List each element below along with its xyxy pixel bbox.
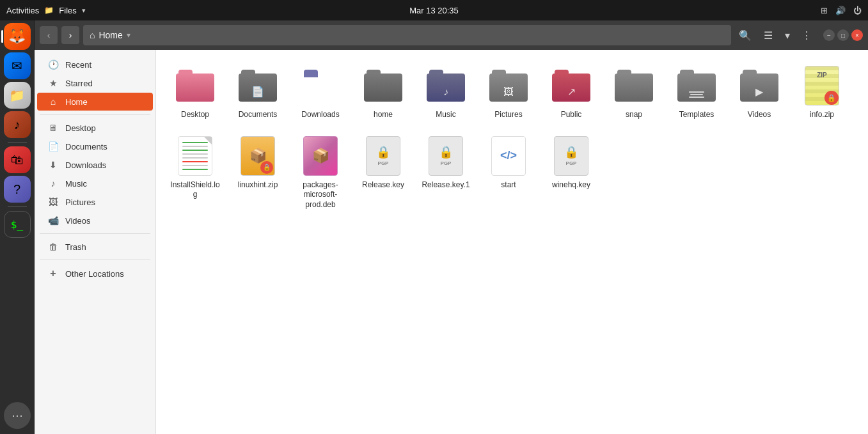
topbar-left: Activities 📁 Files ▾ <box>6 6 86 15</box>
file-label-pictures: Pictures <box>494 110 522 120</box>
view-dropdown-button[interactable]: ▾ <box>781 25 794 45</box>
location-name: Home <box>99 30 122 40</box>
topbar-datetime: Mar 13 20:35 <box>409 6 459 15</box>
file-icon-snap <box>613 65 654 106</box>
sidebar-item-music[interactable]: ♪ Music <box>37 174 153 192</box>
sidebar-item-videos[interactable]: 📹 Videos <box>37 212 153 229</box>
file-icon-home <box>363 65 404 106</box>
recent-icon: 🕐 <box>47 59 59 70</box>
file-item-info-zip[interactable]: ZIP 🔒 info.zip <box>793 60 851 125</box>
file-label-home: home <box>374 110 393 120</box>
forward-button[interactable]: › <box>61 26 79 44</box>
file-item-packages-deb[interactable]: 📦 packages-microsoft-prod.deb <box>292 130 349 215</box>
file-icon-documents: 📄 <box>237 65 278 106</box>
sidebar-item-other-locations[interactable]: + Other Locations <box>37 264 153 283</box>
sidebar-item-downloads[interactable]: ⬇ Downloads <box>37 156 153 174</box>
dock: 🦊 ✉ 📁 ♪ 🛍 ? $_ ⋯ <box>0 20 35 434</box>
zip-info-visual: ZIP 🔒 <box>805 66 839 105</box>
main-container: 🦊 ✉ 📁 ♪ 🛍 ? $_ ⋯ ‹ › <box>0 20 868 434</box>
search-button[interactable]: 🔍 <box>735 25 755 45</box>
sidebar-label-downloads: Downloads <box>65 160 106 170</box>
sidebar-item-documents[interactable]: 📄 Documents <box>37 137 153 155</box>
pictures-icon: 🖼 <box>47 197 59 207</box>
file-item-templates[interactable]: Templates <box>668 60 725 125</box>
file-item-installshield-log[interactable]: InstallShield.log <box>166 130 224 215</box>
pgp-visual-release: 🔒 PGP <box>366 136 400 176</box>
file-icon-videos: ▶ <box>739 65 780 106</box>
starred-icon: ★ <box>47 78 59 88</box>
documents-icon: 📄 <box>47 141 59 151</box>
file-manager-toolbar: ‹ › ⌂ Home ▾ 🔍 ☰ ▾ ⋮ − □ × <box>35 20 868 50</box>
file-item-documents[interactable]: 📄 Documents <box>229 60 287 125</box>
file-item-winehq-key[interactable]: 🔒 PGP winehq.key <box>542 130 600 215</box>
dock-item-apps[interactable]: ⋯ <box>4 402 31 429</box>
file-label-installshield-log: InstallShield.log <box>169 180 221 200</box>
file-label-snap: snap <box>626 110 642 120</box>
sidebar-separator-1 <box>40 114 150 115</box>
sidebar-item-desktop[interactable]: 🖥 Desktop <box>37 119 153 137</box>
activities-button[interactable]: Activities <box>6 6 39 15</box>
file-item-home[interactable]: home <box>354 60 412 125</box>
file-label-music: Music <box>436 110 455 120</box>
sidebar-label-starred: Starred <box>65 79 93 88</box>
view-toggle-button[interactable]: ☰ <box>758 25 778 45</box>
file-icon-release-key-1: 🔒 PGP <box>425 136 466 176</box>
sidebar-label-recent: Recent <box>65 60 91 70</box>
file-label-public: Public <box>561 110 582 120</box>
toolbar-actions: 🔍 ☰ ▾ ⋮ <box>735 25 817 45</box>
desktop-icon: 🖥 <box>47 123 59 133</box>
file-icon-pictures: 🖼 <box>488 65 529 106</box>
file-item-snap[interactable]: snap <box>605 60 663 125</box>
sidebar-item-pictures[interactable]: 🖼 Pictures <box>37 193 153 211</box>
file-item-public[interactable]: ↗ Public <box>542 60 600 125</box>
sidebar-separator-2 <box>40 233 150 234</box>
dock-item-rhythmbox[interactable]: ♪ <box>4 111 31 138</box>
file-icon-public: ↗ <box>551 65 592 106</box>
maximize-button[interactable]: □ <box>837 29 849 41</box>
files-menu-button[interactable]: Files <box>59 6 76 15</box>
file-icon-packages-deb: 📦 <box>300 136 341 176</box>
folder-documents: 📄 <box>239 70 277 102</box>
dock-item-terminal[interactable]: $_ <box>4 211 31 238</box>
file-item-release-key[interactable]: 🔒 PGP Release.key <box>354 130 412 215</box>
xml-visual: </> <box>491 136 526 176</box>
power-icon[interactable]: ⏻ <box>853 6 862 15</box>
close-button[interactable]: × <box>851 29 863 41</box>
location-bar[interactable]: ⌂ Home ▾ <box>83 25 731 45</box>
trash-icon: 🗑 <box>47 242 59 252</box>
back-button[interactable]: ‹ <box>40 26 58 44</box>
topbar: Activities 📁 Files ▾ Mar 13 20:35 ⊞ 🔊 ⏻ <box>0 0 868 20</box>
sidebar-item-home[interactable]: ⌂ Home <box>37 93 153 111</box>
dock-item-firefox[interactable]: 🦊 <box>4 23 31 50</box>
file-item-videos[interactable]: ▶ Videos <box>730 60 788 125</box>
file-item-release-key-1[interactable]: 🔒 PGP Release.key.1 <box>417 130 475 215</box>
dock-item-appstore[interactable]: 🛍 <box>4 146 31 173</box>
folder-public: ↗ <box>552 70 590 102</box>
dock-item-help[interactable]: ? <box>4 176 31 203</box>
file-label-videos: Videos <box>748 110 771 120</box>
sidebar-item-recent[interactable]: 🕐 Recent <box>37 56 153 74</box>
minimize-button[interactable]: − <box>823 29 835 41</box>
dock-separator-2 <box>8 206 27 207</box>
log-visual <box>178 136 212 176</box>
dock-item-thunderbird[interactable]: ✉ <box>4 52 31 79</box>
dock-item-files[interactable]: 📁 <box>4 82 31 109</box>
file-label-packages-deb: packages-microsoft-prod.deb <box>294 180 347 210</box>
folder-music: ♪ <box>427 70 465 102</box>
file-item-start[interactable]: </> start <box>480 130 537 215</box>
sidebar-label-documents: Documents <box>65 142 107 151</box>
file-item-desktop[interactable]: Desktop <box>166 60 224 125</box>
menu-button[interactable]: ⋮ <box>796 25 817 45</box>
sidebar-item-trash[interactable]: 🗑 Trash <box>37 238 153 256</box>
pgp-visual-release-1: 🔒 PGP <box>429 136 463 176</box>
location-dropdown-arrow[interactable]: ▾ <box>127 31 130 40</box>
file-item-downloads[interactable]: ⬇ Downloads <box>292 60 349 125</box>
file-item-music[interactable]: ♪ Music <box>417 60 475 125</box>
file-item-linuxhint-zip[interactable]: 📦 🔒 linuxhint.zip <box>229 130 287 215</box>
file-item-pictures[interactable]: 🖼 Pictures <box>480 60 537 125</box>
home-icon: ⌂ <box>90 30 95 40</box>
sidebar-item-starred[interactable]: ★ Starred <box>37 74 153 92</box>
folder-snap <box>615 70 653 102</box>
files-menu-arrow[interactable]: ▾ <box>82 6 86 15</box>
sound-icon[interactable]: 🔊 <box>835 6 846 15</box>
